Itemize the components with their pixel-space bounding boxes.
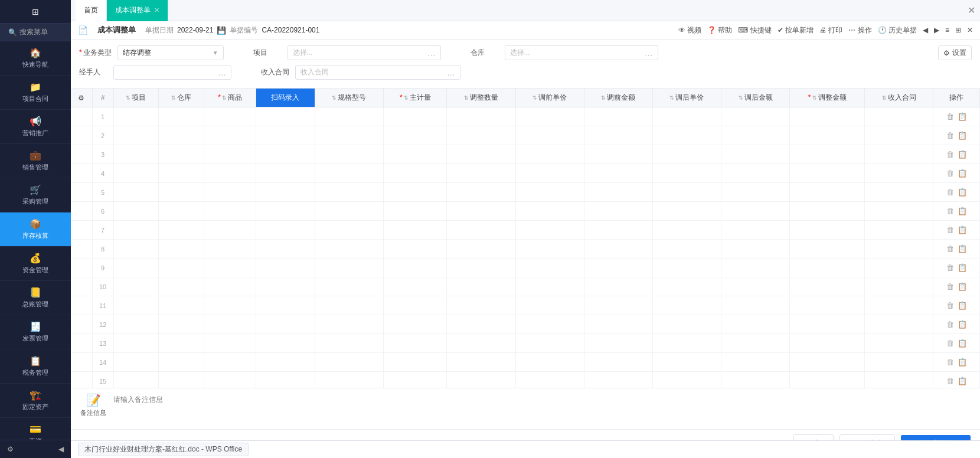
th-warehouse[interactable]: ⇅仓库 bbox=[159, 89, 204, 107]
tab-close-icon[interactable]: ✕ bbox=[154, 6, 159, 14]
row-before-amount-12[interactable] bbox=[584, 315, 652, 334]
row-scan-1[interactable] bbox=[256, 107, 315, 126]
row-scan-4[interactable] bbox=[256, 164, 315, 183]
income-contract-input[interactable]: 收入合同 … bbox=[295, 65, 460, 80]
row-unit-6[interactable] bbox=[384, 202, 447, 221]
row-before-amount-8[interactable] bbox=[584, 240, 652, 259]
row-project-14[interactable] bbox=[113, 353, 159, 372]
row-project-2[interactable] bbox=[113, 126, 159, 145]
row-goods-4[interactable] bbox=[204, 164, 256, 183]
row-after-price-15[interactable] bbox=[652, 372, 721, 388]
row-income-contract-6[interactable] bbox=[865, 202, 933, 221]
row-project-15[interactable] bbox=[113, 372, 159, 388]
row-spec-8[interactable] bbox=[315, 240, 383, 259]
row-before-amount-2[interactable] bbox=[584, 126, 652, 145]
row-adjust-qty-3[interactable] bbox=[447, 145, 515, 164]
th-settings[interactable]: ⚙ bbox=[71, 89, 92, 107]
row-warehouse-13[interactable] bbox=[159, 334, 204, 353]
sidebar-item-payroll[interactable]: 💳工资 bbox=[0, 418, 71, 440]
row-scan-12[interactable] bbox=[256, 315, 315, 334]
th-spec[interactable]: ⇅规格型号 bbox=[315, 89, 383, 107]
row-income-contract-15[interactable] bbox=[865, 372, 933, 388]
row-after-price-6[interactable] bbox=[652, 202, 721, 221]
row-unit-8[interactable] bbox=[384, 240, 447, 259]
row-delete-4[interactable]: 🗑 bbox=[946, 169, 954, 178]
view-list[interactable]: ≡ bbox=[945, 26, 949, 34]
row-before-price-9[interactable] bbox=[515, 259, 584, 277]
row-after-amount-6[interactable] bbox=[721, 202, 790, 221]
row-copy-10[interactable]: 📋 bbox=[958, 282, 967, 291]
row-adjust-amount-3[interactable] bbox=[790, 145, 865, 164]
row-adjust-qty-13[interactable] bbox=[447, 334, 515, 353]
row-unit-7[interactable] bbox=[384, 221, 447, 240]
handler-input[interactable]: … bbox=[113, 66, 231, 80]
sidebar-item-sales-mgmt[interactable]: 💼销售管理 bbox=[0, 144, 71, 178]
action-audit[interactable]: ✔ 按单新增 bbox=[778, 25, 814, 35]
row-copy-15[interactable]: 📋 bbox=[958, 377, 967, 385]
row-delete-3[interactable]: 🗑 bbox=[946, 150, 954, 159]
row-warehouse-9[interactable] bbox=[159, 259, 204, 277]
settings-icon[interactable]: ⚙ bbox=[7, 445, 14, 453]
row-goods-2[interactable] bbox=[204, 126, 256, 145]
row-after-amount-3[interactable] bbox=[721, 145, 790, 164]
row-income-contract-4[interactable] bbox=[865, 164, 933, 183]
row-adjust-qty-14[interactable] bbox=[447, 353, 515, 372]
row-project-11[interactable] bbox=[113, 296, 159, 315]
row-scan-8[interactable] bbox=[256, 240, 315, 259]
sidebar-item-project-contract[interactable]: 📁项目合同 bbox=[0, 76, 71, 110]
action-ops[interactable]: ⋯ 操作 bbox=[848, 25, 871, 35]
row-unit-14[interactable] bbox=[384, 353, 447, 372]
sidebar-item-sales-promo[interactable]: 📢营销推广 bbox=[0, 110, 71, 144]
row-before-price-8[interactable] bbox=[515, 240, 584, 259]
action-history[interactable]: 🕐 历史单据 bbox=[878, 25, 917, 35]
row-spec-10[interactable] bbox=[315, 277, 383, 296]
row-adjust-qty-15[interactable] bbox=[447, 372, 515, 388]
th-unit[interactable]: ⇅主计量 bbox=[384, 89, 447, 107]
row-before-price-5[interactable] bbox=[515, 183, 584, 202]
row-warehouse-6[interactable] bbox=[159, 202, 204, 221]
th-scan[interactable]: 扫码录入 bbox=[256, 89, 315, 107]
row-after-amount-15[interactable] bbox=[721, 372, 790, 388]
row-spec-2[interactable] bbox=[315, 126, 383, 145]
sidebar-item-purchase-mgmt[interactable]: 🛒采购管理 bbox=[0, 178, 71, 212]
sidebar-item-fixed-assets[interactable]: 🏗️固定资产 bbox=[0, 384, 71, 418]
row-scan-14[interactable] bbox=[256, 353, 315, 372]
row-scan-10[interactable] bbox=[256, 277, 315, 296]
row-warehouse-7[interactable] bbox=[159, 221, 204, 240]
row-warehouse-5[interactable] bbox=[159, 183, 204, 202]
row-unit-2[interactable] bbox=[384, 126, 447, 145]
row-after-price-13[interactable] bbox=[652, 334, 721, 353]
row-delete-6[interactable]: 🗑 bbox=[946, 207, 954, 215]
row-goods-7[interactable] bbox=[204, 221, 256, 240]
row-after-price-7[interactable] bbox=[652, 221, 721, 240]
th-project[interactable]: ⇅项目 bbox=[113, 89, 159, 107]
row-unit-12[interactable] bbox=[384, 315, 447, 334]
row-project-1[interactable] bbox=[113, 107, 159, 126]
row-unit-3[interactable] bbox=[384, 145, 447, 164]
row-adjust-qty-5[interactable] bbox=[447, 183, 515, 202]
row-delete-1[interactable]: 🗑 bbox=[946, 112, 954, 121]
sidebar-item-quick-nav[interactable]: 🏠快速导航 bbox=[0, 41, 71, 76]
row-scan-7[interactable] bbox=[256, 221, 315, 240]
row-goods-10[interactable] bbox=[204, 277, 256, 296]
row-before-amount-15[interactable] bbox=[584, 372, 652, 388]
row-adjust-amount-13[interactable] bbox=[790, 334, 865, 353]
row-adjust-qty-4[interactable] bbox=[447, 164, 515, 183]
row-adjust-qty-7[interactable] bbox=[447, 221, 515, 240]
tabs-close-all[interactable]: ✕ bbox=[968, 5, 975, 16]
row-project-6[interactable] bbox=[113, 202, 159, 221]
sidebar-item-invoice-mgmt[interactable]: 🧾发票管理 bbox=[0, 315, 71, 349]
row-adjust-amount-9[interactable] bbox=[790, 259, 865, 277]
row-unit-5[interactable] bbox=[384, 183, 447, 202]
row-delete-9[interactable]: 🗑 bbox=[946, 263, 954, 272]
row-adjust-amount-2[interactable] bbox=[790, 126, 865, 145]
row-unit-10[interactable] bbox=[384, 277, 447, 296]
row-scan-6[interactable] bbox=[256, 202, 315, 221]
row-delete-2[interactable]: 🗑 bbox=[946, 131, 954, 140]
row-goods-15[interactable] bbox=[204, 372, 256, 388]
row-scan-2[interactable] bbox=[256, 126, 315, 145]
row-scan-15[interactable] bbox=[256, 372, 315, 388]
row-after-price-10[interactable] bbox=[652, 277, 721, 296]
row-unit-15[interactable] bbox=[384, 372, 447, 388]
sidebar-search[interactable]: 🔍 搜索菜单 bbox=[0, 24, 71, 41]
